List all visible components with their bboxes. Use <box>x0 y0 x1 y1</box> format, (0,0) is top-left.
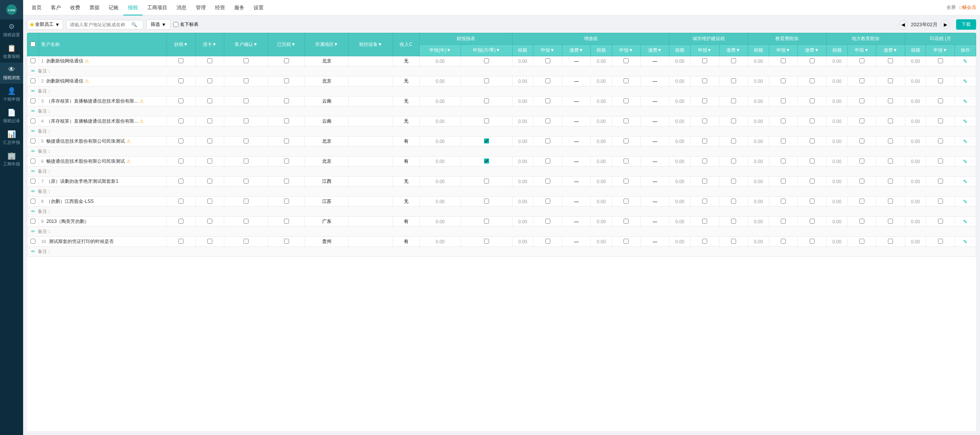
chaoshui-cell[interactable] <box>167 177 196 187</box>
jiaoyu-jiaofei[interactable] <box>798 137 827 147</box>
jiaoyu-shenbao-checkbox[interactable] <box>781 239 786 244</box>
jiaoyu-jiaofei[interactable] <box>798 76 827 86</box>
zzs-shenbao2-checkbox[interactable] <box>624 118 629 123</box>
edit-icon[interactable]: ✎ <box>963 98 968 105</box>
csjian-shenbao[interactable] <box>691 56 719 66</box>
mingxia-checkbox[interactable] <box>173 22 178 27</box>
mingxia-checkbox-label[interactable]: 名下标表 <box>173 21 198 28</box>
chaoshui-cell[interactable] <box>167 96 196 106</box>
queren-checkbox[interactable] <box>244 118 249 123</box>
caibao-month-checkbox[interactable] <box>484 158 489 164</box>
row-checkbox-cell[interactable] <box>27 197 39 207</box>
yiwanshui-cell[interactable] <box>268 96 304 106</box>
zzs-shenbao2-checkbox[interactable] <box>624 98 629 103</box>
caibao-month-checkbox[interactable] <box>484 239 489 244</box>
csjian-jiaofei[interactable] <box>719 237 748 247</box>
difang-jiaofei-checkbox[interactable] <box>888 179 893 184</box>
difang-shenbao-checkbox[interactable] <box>859 158 864 164</box>
zzs-shenbao2[interactable] <box>612 197 641 207</box>
nav-jizhu[interactable]: 记账 <box>104 0 123 15</box>
queren-checkbox[interactable] <box>244 179 249 184</box>
csjian-shenbao[interactable] <box>691 157 719 167</box>
jiaoyu-jiaofei-checkbox[interactable] <box>810 219 815 224</box>
qingka-cell[interactable] <box>195 237 224 247</box>
zzs-shenbao[interactable] <box>533 177 562 187</box>
zzs-shenbao[interactable] <box>533 137 562 147</box>
nav-gongshang[interactable]: 工商项目 <box>143 0 172 15</box>
difang-jiaofei-checkbox[interactable] <box>888 219 893 224</box>
difang-jiaofei[interactable] <box>876 96 905 106</box>
caibao-month-checkbox[interactable] <box>484 179 489 184</box>
row-checkbox-cell[interactable] <box>27 96 39 106</box>
yinhua-shenbao[interactable] <box>926 96 955 106</box>
yiwanshui-checkbox[interactable] <box>284 118 289 123</box>
csjian-jiaofei-checkbox[interactable] <box>731 239 736 244</box>
zzs-shenbao2-checkbox[interactable] <box>624 219 629 224</box>
row-checkbox-cell[interactable] <box>27 177 39 187</box>
yiwanshui-cell[interactable] <box>268 197 304 207</box>
difang-jiaofei[interactable] <box>876 56 905 66</box>
fullscreen-btn[interactable]: 全屏 <box>946 4 956 11</box>
difang-jiaofei[interactable] <box>876 177 905 187</box>
difang-shenbao-checkbox[interactable] <box>859 179 864 184</box>
csjian-jiaofei-checkbox[interactable] <box>731 199 736 204</box>
difang-shenbao[interactable] <box>847 197 876 207</box>
search-box[interactable]: 🔍 <box>66 20 143 29</box>
jiaoyu-jiaofei[interactable] <box>798 177 827 187</box>
zzs-shenbao[interactable] <box>533 157 562 167</box>
yinhua-shenbao[interactable] <box>926 197 955 207</box>
caibao-month-check[interactable] <box>461 76 512 86</box>
zzs-shenbao2[interactable] <box>612 96 641 106</box>
difang-shenbao-checkbox[interactable] <box>859 239 864 244</box>
csjian-jiaofei-checkbox[interactable] <box>731 219 736 224</box>
csjian-jiaofei-checkbox[interactable] <box>731 98 736 103</box>
difang-shenbao[interactable] <box>847 56 876 66</box>
queren-cell[interactable] <box>224 237 268 247</box>
row-checkbox[interactable] <box>30 239 35 244</box>
caibao-month-check[interactable] <box>461 177 512 187</box>
edit-cell[interactable]: ✎ <box>955 76 976 86</box>
csjian-jiaofei[interactable] <box>719 56 748 66</box>
jiaoyu-jiaofei[interactable] <box>798 56 827 66</box>
nav-baoshui[interactable]: 报税 <box>123 0 143 15</box>
difang-jiaofei-checkbox[interactable] <box>888 118 893 123</box>
difang-shenbao-checkbox[interactable] <box>859 58 864 63</box>
zzs-shenbao[interactable] <box>533 217 562 227</box>
csjian-jiaofei-checkbox[interactable] <box>731 118 736 123</box>
difang-shenbao[interactable] <box>847 237 876 247</box>
jiaoyu-shenbao[interactable] <box>769 217 798 227</box>
difang-shenbao-checkbox[interactable] <box>859 219 864 224</box>
edit-cell[interactable]: ✎ <box>955 237 976 247</box>
chaoshui-cell[interactable] <box>167 56 196 66</box>
yiwanshui-cell[interactable] <box>268 177 304 187</box>
edit-cell[interactable]: ✎ <box>955 116 976 126</box>
qingka-checkbox[interactable] <box>207 118 212 123</box>
jiaoyu-jiaofei[interactable] <box>798 96 827 106</box>
yiwanshui-cell[interactable] <box>268 56 304 66</box>
queren-checkbox[interactable] <box>244 239 249 244</box>
caibao-month-checkbox[interactable] <box>484 78 489 83</box>
sidebar-item-piliang-baoshui[interactable]: 📋 批量报税 <box>0 41 23 62</box>
yinhua-shenbao[interactable] <box>926 116 955 126</box>
nav-shezhi[interactable]: 设置 <box>249 0 268 15</box>
csjian-shenbao[interactable] <box>691 177 719 187</box>
qingka-checkbox[interactable] <box>207 219 212 224</box>
difang-jiaofei[interactable] <box>876 76 905 86</box>
zzs-shenbao2-checkbox[interactable] <box>624 58 629 63</box>
zzs-shenbao2[interactable] <box>612 137 641 147</box>
chaoshui-cell[interactable] <box>167 157 196 167</box>
jiaoyu-jiaofei-checkbox[interactable] <box>810 58 815 63</box>
row-checkbox[interactable] <box>30 118 35 123</box>
caibao-month-check[interactable] <box>461 96 512 106</box>
jiaoyu-jiaofei-checkbox[interactable] <box>810 118 815 123</box>
zzs-shenbao2-checkbox[interactable] <box>624 78 629 83</box>
zzs-shenbao[interactable] <box>533 237 562 247</box>
difang-shenbao-checkbox[interactable] <box>859 199 864 204</box>
csjian-shenbao-checkbox[interactable] <box>702 239 707 244</box>
edit-icon[interactable]: ✎ <box>963 239 968 245</box>
jiaoyu-shenbao[interactable] <box>769 116 798 126</box>
difang-shenbao[interactable] <box>847 157 876 167</box>
download-button[interactable]: 下载 <box>956 19 976 30</box>
sidebar-item-baoshui-jilu[interactable]: 📄 报税记录 <box>0 105 23 127</box>
yiwanshui-cell[interactable] <box>268 76 304 86</box>
